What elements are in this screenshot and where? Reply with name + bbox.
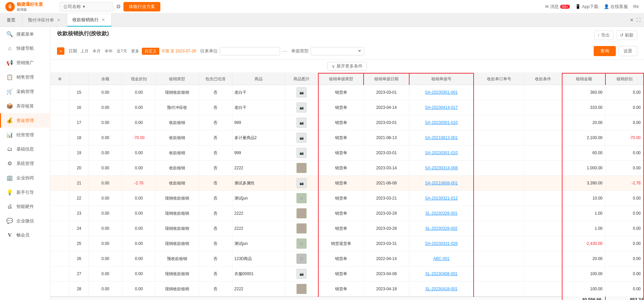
sidebar-label-inventory: 库存核算 bbox=[16, 103, 34, 109]
cell-included: 否 bbox=[199, 130, 232, 145]
partner-input[interactable] bbox=[220, 47, 280, 55]
cell-write-amount: 20.00 bbox=[562, 115, 605, 130]
sidebar-item-finance[interactable]: 💰 资金管理 bbox=[0, 113, 50, 128]
sidebar-item-hardware[interactable]: 🖨 智能硬件 bbox=[0, 200, 50, 214]
bill-type-select[interactable] bbox=[311, 47, 364, 55]
close-window-icon[interactable]: ✕ bbox=[630, 17, 634, 23]
cell-bill-no[interactable]: SA-20230414-017 bbox=[409, 100, 474, 115]
industry-btn[interactable]: 体验行业方案 bbox=[123, 2, 160, 11]
cell-goods: 2222 bbox=[232, 206, 285, 221]
date-opt-last-month[interactable]: 上月 bbox=[79, 48, 90, 55]
gear-icon[interactable]: ⚙ bbox=[116, 3, 121, 10]
sidebar-item-purchase[interactable]: 🛒 采购管理 bbox=[0, 84, 50, 99]
cell-settings bbox=[50, 251, 69, 266]
cell-bill-no[interactable]: SA-20230301-010 bbox=[409, 145, 474, 161]
sidebar-item-inventory[interactable]: 📦 库存核算 bbox=[0, 99, 50, 113]
table-body: 15 0.00 0.00 现销收款核销 否 老白干 📷 销货单 2023-03-… bbox=[50, 85, 644, 297]
sidebar-item-guide[interactable]: 💡 新手引导 bbox=[0, 185, 50, 200]
cell-write-discount: 0.00 bbox=[605, 282, 644, 297]
sidebar-item-system[interactable]: ⚙ 系统管理 bbox=[0, 156, 50, 171]
expand-more-btn[interactable]: ∨ 展开更多条件 bbox=[327, 62, 367, 71]
maximize-icon[interactable]: ⛶ bbox=[636, 17, 641, 23]
cell-bill-no[interactable]: SL-20230418-001 bbox=[409, 282, 474, 297]
messages-btn[interactable]: ✉ 消息 99+ bbox=[545, 4, 570, 10]
cell-write-type: 收款核销 bbox=[156, 145, 199, 161]
cell-balance: 0.00 bbox=[89, 251, 122, 266]
sidebar-item-basic[interactable]: 🗂 基础信息 bbox=[0, 142, 50, 156]
cell-write-type: 收款核销 bbox=[156, 176, 199, 191]
more-options-icon[interactable]: ··· bbox=[282, 48, 287, 55]
cell-bill-no[interactable]: SA-20230301-010 bbox=[409, 115, 474, 130]
refresh-btn[interactable]: ↺ 刷新 bbox=[616, 31, 637, 40]
filter-expand-btn[interactable]: » bbox=[57, 47, 64, 55]
sidebar-item-sales[interactable]: 📋 销售管理 bbox=[0, 70, 50, 84]
cell-bill-no[interactable]: SL-20230408-001 bbox=[409, 266, 474, 282]
tab-prepay-label: 预付冲应付单 bbox=[28, 17, 54, 23]
tab-receipt[interactable]: 收款核销执行 ✕ bbox=[67, 13, 112, 27]
wechat-icon: 💬 bbox=[6, 218, 13, 224]
user-profile[interactable]: Rit bbox=[633, 4, 639, 9]
cell-bill-no[interactable]: SA-20230301-001 bbox=[409, 85, 474, 100]
date-opt-7days[interactable]: 近7天 bbox=[115, 48, 128, 55]
date-opt-more[interactable]: 更多 bbox=[130, 48, 141, 55]
cell-bill-date: 2023-03-21 bbox=[364, 191, 409, 206]
cell-bill-date: 2021-08-08 bbox=[364, 176, 409, 191]
sidebar-item-corp[interactable]: 🏢 企业协同 bbox=[0, 171, 50, 185]
cell-bill-date: 2023-03-14 bbox=[364, 161, 409, 176]
cell-bill-no[interactable]: SA-20230331-026 bbox=[409, 236, 474, 251]
cell-bill-type: 销货单 bbox=[318, 206, 364, 221]
cell-balance: 0.00 bbox=[89, 266, 122, 282]
tab-home[interactable]: 首页 bbox=[0, 13, 22, 27]
filter-setting-btn[interactable]: 设置 bbox=[619, 46, 637, 56]
cell-bill-type: 销货单 bbox=[318, 85, 364, 100]
cell-bill-no[interactable]: SL-20230328-002 bbox=[409, 221, 474, 236]
sidebar-item-search[interactable]: 🔍 搜索菜单 bbox=[0, 27, 50, 41]
page-header: 收款核销执行(按收款) ↑ 导出 ↺ 刷新 bbox=[50, 27, 644, 43]
headset-icon: 👤 bbox=[604, 4, 609, 9]
top-bar: 6 畅捷通好生意 标准版 公司名称 ▾ ⚙ 体验行业方案 ✉ 消息 99+ 📱 … bbox=[0, 0, 644, 13]
cell-bill-no[interactable]: SA-20230321-012 bbox=[409, 191, 474, 206]
cell-bill-no[interactable]: ABC-001 bbox=[409, 251, 474, 266]
tab-receipt-close[interactable]: ✕ bbox=[101, 17, 106, 23]
cell-bill-date: 2023-03-01 bbox=[364, 145, 409, 161]
online-service-btn[interactable]: 👤 在线客服 bbox=[604, 4, 628, 10]
col-bill-no: 核销单据号 bbox=[409, 73, 474, 85]
cell-included: 否 bbox=[199, 85, 232, 100]
date-range: 不限 至 2023-07-26 bbox=[161, 48, 196, 54]
cell-bill-no[interactable]: SA-20210808-001 bbox=[409, 176, 474, 191]
cell-included: 否 bbox=[199, 236, 232, 251]
app-download-btn[interactable]: 📱 App下载 bbox=[575, 4, 598, 10]
sidebar-label-guide: 新手引导 bbox=[16, 189, 34, 196]
date-opt-this-year[interactable]: 本年 bbox=[103, 48, 114, 55]
cell-bill-date: 2021-08-13 bbox=[364, 130, 409, 145]
sidebar-item-quick[interactable]: ⌂ 快捷导航 bbox=[0, 41, 50, 55]
col-settings[interactable]: ⚙ bbox=[50, 73, 69, 85]
sidebar-item-member[interactable]: V 畅会员 bbox=[0, 228, 50, 242]
cell-balance: 0.00 bbox=[89, 206, 122, 221]
sidebar-item-wechat[interactable]: 💬 企业微信 bbox=[0, 214, 50, 228]
cell-cash-discount: 0.00 bbox=[122, 236, 156, 251]
cell-write-type: 现销收款核销 bbox=[156, 236, 199, 251]
footer-write-discount: 952.24 bbox=[605, 297, 644, 300]
export-btn[interactable]: ↑ 导出 bbox=[594, 31, 614, 40]
cell-goods: 999 bbox=[232, 145, 285, 161]
date-opt-this-month[interactable]: 本月 bbox=[91, 48, 102, 55]
sidebar-label-basic: 基础信息 bbox=[16, 146, 34, 152]
tab-prepay[interactable]: 预付冲应付单 ✕ bbox=[22, 13, 67, 27]
tab-bar: 首页 预付冲应付单 ✕ 收款核销执行 ✕ ✕ ⛶ bbox=[0, 13, 644, 27]
sidebar-item-marketing[interactable]: 📢 营销推广 bbox=[0, 55, 50, 70]
cell-bill-no[interactable]: SA-20230314-008 bbox=[409, 161, 474, 176]
cell-num: 17 bbox=[69, 115, 89, 130]
company-select[interactable]: 公司名称 ▾ bbox=[60, 2, 113, 11]
cell-bill-type: 销货单 bbox=[318, 266, 364, 282]
sidebar-label-operation: 经营管理 bbox=[16, 132, 34, 138]
date-custom-btn[interactable]: 自定义 bbox=[142, 48, 159, 55]
sidebar-item-operation[interactable]: 📊 经营管理 bbox=[0, 128, 50, 142]
query-btn[interactable]: 查询 bbox=[594, 46, 616, 56]
cell-bill-no[interactable]: SL-20230328-001 bbox=[409, 206, 474, 221]
tab-prepay-close[interactable]: ✕ bbox=[56, 17, 61, 23]
cell-cash-discount: 0.00 bbox=[122, 115, 156, 130]
table-row: 25 0.00 0.00 现销收款核销 否 测试jun 🖼 销货退货单 2023… bbox=[50, 236, 644, 251]
cell-bill-no[interactable]: SA-20210813-001 bbox=[409, 130, 474, 145]
table-row: 22 0.00 0.00 现销收款核销 否 测试jun 🖼 销货单 2023-0… bbox=[50, 191, 644, 206]
